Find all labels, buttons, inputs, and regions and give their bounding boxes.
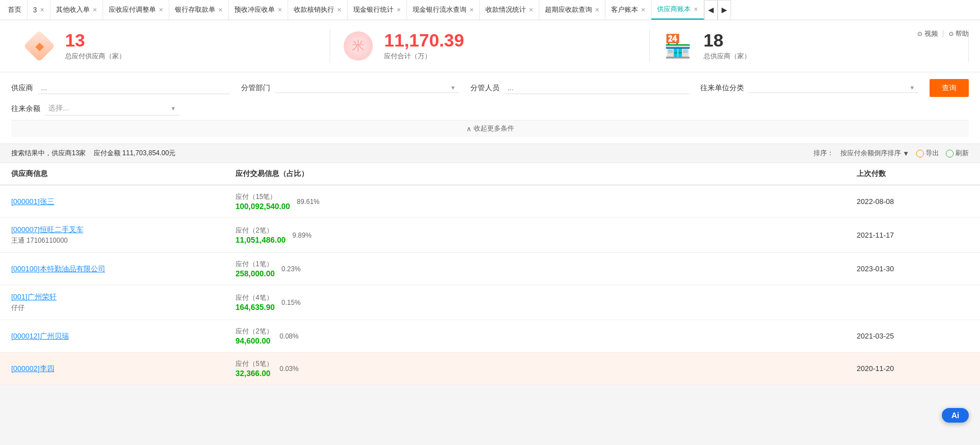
lastpay-date: 2022-08-08 — [857, 197, 894, 206]
transaction-detail: 应付（2笔） 94,600.00 — [235, 327, 273, 345]
table-row[interactable]: [000012]广州贝瑞 应付（2笔） 94,600.00 0.08% 2021… — [0, 320, 980, 353]
close-icon[interactable]: ✕ — [93, 7, 97, 13]
nav-tab-customer[interactable]: 客户账本 ✕ — [605, 0, 651, 20]
collapse-label: 收起更多条件 — [474, 124, 514, 133]
trans-percentage: 0.15% — [281, 299, 301, 307]
close-icon[interactable]: ✕ — [641, 7, 645, 13]
diamond-icon: ◆ — [22, 29, 56, 63]
nav-tab-cash-stat[interactable]: 现金银行统计 ✕ — [348, 0, 407, 20]
supplier-sub-info: 仔仔 — [11, 303, 235, 313]
results-actions: 排序： 按应付余额倒序排序 ▼ 导出 刷新 — [813, 149, 969, 158]
trans-amount: 32,366.00 — [235, 369, 273, 378]
transaction-info-cell: 应付（15笔） 100,092,540.00 89.61% — [235, 192, 857, 211]
summary-total-suppliers-info: 18 总供应商（家） — [704, 31, 751, 61]
trans-amount: 11,051,486.00 — [235, 235, 286, 244]
nav-tab-verify[interactable]: 收款核销执行 ✕ — [288, 0, 348, 20]
supplier-name-link[interactable]: [000002]李四 — [11, 364, 235, 374]
filter-balance: 往来余额 选择... ▼ — [11, 101, 179, 115]
nav-tab-bank[interactable]: 银行存取款单 ✕ — [169, 0, 229, 20]
table-row[interactable]: [000100]本特勤油品有限公司 应付（1笔） 258,000.00 0.23… — [0, 253, 980, 285]
close-icon[interactable]: ✕ — [694, 6, 698, 12]
help-link[interactable]: ⊙ 帮助 — [949, 29, 969, 39]
collapse-button[interactable]: ∧ 收起更多条件 — [11, 120, 969, 137]
person-input[interactable] — [504, 82, 689, 94]
close-icon[interactable]: ✕ — [218, 7, 223, 13]
filter-supplier: 供应商 — [11, 82, 230, 94]
nav-tab-cash-flow[interactable]: 现金银行流水查询 ✕ — [407, 0, 480, 20]
results-count-text: 搜索结果中，供应商13家 — [11, 149, 86, 157]
circle-play-icon: ⊙ — [917, 30, 922, 37]
table-row[interactable]: [000001]张三 应付（15笔） 100,092,540.00 89.61%… — [0, 186, 980, 218]
close-icon[interactable]: ✕ — [529, 7, 533, 13]
total-payable-amount: 11,170.39 — [384, 31, 464, 49]
close-icon[interactable]: ✕ — [278, 7, 282, 13]
nav-tab-advance[interactable]: 预收冲应收单 ✕ — [229, 0, 288, 20]
table-rows: [000001]张三 应付（15笔） 100,092,540.00 89.61%… — [0, 186, 980, 385]
chevron-down-icon: ▼ — [909, 85, 915, 91]
trans-percentage: 89.61% — [297, 198, 320, 206]
summary-total-payable-info: 11,170.39 应付合计（万） — [384, 31, 464, 61]
video-link[interactable]: ⊙ 视频 — [917, 29, 937, 39]
summary-bar: ◆ 13 总应付供应商（家） 米 11,170.39 应付合计（万） 🏪 18 … — [0, 20, 980, 72]
chevron-down-icon: ▼ — [903, 150, 909, 157]
supplier-name-link[interactable]: [000001]张三 — [11, 197, 235, 207]
dept-label: 分管部门 — [241, 83, 270, 93]
chevron-down-icon: ▼ — [450, 85, 456, 91]
sort-value-select[interactable]: 按应付余额倒序排序 ▼ — [840, 149, 909, 158]
close-icon[interactable]: ✕ — [337, 7, 341, 13]
close-icon[interactable]: ✕ — [159, 7, 163, 13]
table-row[interactable]: [000002]李四 应付（5笔） 32,366.00 0.03% 2020-1… — [0, 353, 980, 385]
nav-tab-overdue-label: 超期应收款查询 — [545, 5, 592, 15]
th-supplier: 供应商信息 — [11, 169, 235, 179]
chevron-up-icon: ∧ — [466, 125, 471, 133]
nav-tab-adjust[interactable]: 应收应付调整单 ✕ — [103, 0, 169, 20]
summary-payable-info: 13 总应付供应商（家） — [65, 31, 126, 61]
supplier-info-cell: [000100]本特勤油品有限公司 — [11, 264, 235, 274]
lastpay-cell: 2021-03-25 — [857, 332, 969, 340]
table-container: [000001]张三 应付（15笔） 100,092,540.00 89.61%… — [0, 186, 980, 385]
results-summary: 搜索结果中，供应商13家 应付金额 111,703,854.00元 — [11, 149, 175, 158]
close-icon[interactable]: ✕ — [595, 7, 599, 13]
rice-icon: 米 — [341, 29, 375, 63]
balance-select[interactable]: 选择... ▼ — [45, 101, 179, 115]
close-icon[interactable]: ✕ — [396, 7, 401, 13]
close-icon[interactable]: ✕ — [469, 7, 474, 13]
nav-prev-arrow[interactable]: ◀ — [704, 0, 718, 20]
supplier-name-link[interactable]: [001]广州荣轩 — [11, 292, 235, 302]
trans-amount: 94,600.00 — [235, 336, 273, 345]
export-button[interactable]: 导出 — [916, 149, 939, 158]
total-suppliers-label: 总供应商（家） — [704, 52, 751, 61]
nav-tab-home[interactable]: 首页 — [2, 0, 27, 20]
supplier-name-link[interactable]: [000100]本特勤油品有限公司 — [11, 264, 235, 274]
supplier-info-cell: [001]广州荣轩 仔仔 — [11, 292, 235, 313]
link-separator: | — [942, 29, 944, 39]
nav-tab-verify-label: 收款核销执行 — [294, 5, 334, 15]
nav-next-arrow[interactable]: ▶ — [718, 0, 731, 20]
supplier-name-link[interactable]: [000012]广州贝瑞 — [11, 331, 235, 341]
nav-tab-other-income-label: 其他收入单 — [56, 5, 90, 15]
balance-label: 往来余额 — [11, 104, 40, 114]
table-row[interactable]: [000007]恒旺二手叉车 王通 17106110000 应付（2笔） 11,… — [0, 218, 980, 253]
th-lastpay: 上次付数 — [857, 169, 969, 179]
query-button[interactable]: 查询 — [930, 79, 969, 97]
category-select[interactable]: ▼ — [748, 83, 919, 93]
top-navigation: 首页 3 ✕ 其他收入单 ✕ 应收应付调整单 ✕ 银行存取款单 ✕ 预收冲应收单… — [0, 0, 980, 20]
nav-tab-supplier[interactable]: 供应商账本 ✕ — [651, 0, 704, 20]
filter-row-1: 供应商 分管部门 ▼ 分管人员 往来单位分类 ▼ 查询 — [11, 79, 969, 97]
transaction-info-cell: 应付（2笔） 94,600.00 0.08% — [235, 327, 857, 345]
table-row[interactable]: [001]广州荣轩 仔仔 应付（4笔） 164,635.90 0.15% — [0, 285, 980, 320]
close-icon[interactable]: ✕ — [40, 7, 44, 13]
nav-tab-receipt-stat[interactable]: 收款情况统计 ✕ — [480, 0, 539, 20]
supplier-info-cell: [000002]李四 — [11, 364, 235, 374]
supplier-sub-info: 王通 17106110000 — [11, 236, 235, 245]
trans-amount: 164,635.90 — [235, 303, 275, 312]
nav-tab-3[interactable]: 3 ✕ — [27, 0, 50, 20]
nav-tab-home-label: 首页 — [8, 5, 21, 15]
supplier-input[interactable] — [38, 82, 230, 94]
nav-tab-overdue[interactable]: 超期应收款查询 ✕ — [539, 0, 605, 20]
nav-tab-other-income[interactable]: 其他收入单 ✕ — [50, 0, 103, 20]
transaction-info-cell: 应付（4笔） 164,635.90 0.15% — [235, 293, 857, 312]
dept-select[interactable]: ▼ — [275, 83, 460, 93]
supplier-name-link[interactable]: [000007]恒旺二手叉车 — [11, 225, 235, 235]
refresh-button[interactable]: 刷新 — [946, 149, 969, 158]
